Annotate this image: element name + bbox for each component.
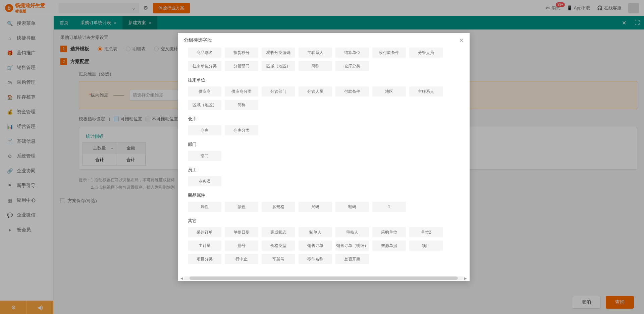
field-chip[interactable]: 区域（地区） bbox=[262, 61, 295, 71]
field-chip[interactable]: 部门 bbox=[188, 151, 221, 161]
field-chip[interactable]: 主联系人 bbox=[299, 48, 332, 58]
field-chip[interactable]: 区域（地区） bbox=[188, 100, 221, 110]
field-chip[interactable]: 采购订单 bbox=[188, 227, 221, 237]
field-chip[interactable]: 供应商分类 bbox=[225, 86, 258, 97]
field-chip[interactable]: 制单人 bbox=[299, 227, 332, 237]
field-group: 商品属性属性颜色多规格尺码鞋码1 bbox=[188, 192, 460, 212]
field-group-title: 员工 bbox=[188, 167, 460, 173]
field-chip[interactable]: 分管部门 bbox=[262, 86, 295, 97]
field-chip[interactable]: 行中止 bbox=[225, 254, 258, 264]
field-chip[interactable]: 付款条件 bbox=[335, 86, 369, 97]
field-group: 其它采购订单单据日期完成状态制单人审核人采购单位单位2主计量批号价格类型销售订单… bbox=[188, 218, 460, 264]
field-chip[interactable]: 简称 bbox=[225, 100, 258, 110]
field-chip[interactable]: 分管人员 bbox=[409, 48, 443, 58]
field-chip[interactable]: 拣货秩分 bbox=[225, 48, 258, 58]
field-chip[interactable]: 价格类型 bbox=[262, 241, 295, 251]
close-icon[interactable]: ✕ bbox=[459, 37, 464, 44]
field-chip[interactable]: 主计量 bbox=[188, 241, 221, 251]
field-chip[interactable]: 是否开票 bbox=[335, 254, 369, 264]
modal-body[interactable]: 商品别名拣货秩分税收分类编码主联系人结算单位收付款条件分管人员往来单位分类分管部… bbox=[178, 48, 470, 275]
field-chip[interactable]: 1 bbox=[372, 202, 406, 212]
field-chip[interactable]: 往来单位分类 bbox=[188, 61, 221, 71]
field-group-title: 仓库 bbox=[188, 116, 460, 122]
field-chip[interactable]: 主联系人 bbox=[409, 86, 443, 97]
field-chip[interactable]: 审核人 bbox=[335, 227, 369, 237]
field-chip[interactable]: 结算单位 bbox=[335, 48, 369, 58]
field-chip[interactable]: 收付款条件 bbox=[372, 48, 406, 58]
field-group: 部门部门 bbox=[188, 141, 460, 161]
field-chip[interactable]: 单据日期 bbox=[225, 227, 258, 237]
modal-header: 分组待选字段 ✕ bbox=[178, 33, 470, 48]
field-chip[interactable]: 商品别名 bbox=[188, 48, 221, 58]
field-group-title: 其它 bbox=[188, 218, 460, 224]
horizontal-scrollbar[interactable]: ◀ ▶ bbox=[178, 275, 470, 281]
scroll-thumb[interactable] bbox=[190, 276, 458, 280]
field-chip[interactable]: 来源单据 bbox=[372, 241, 406, 251]
field-chip[interactable]: 采购单位 bbox=[372, 227, 406, 237]
field-group: 员工业务员 bbox=[188, 167, 460, 186]
field-chip[interactable]: 属性 bbox=[188, 202, 221, 212]
field-group-title: 部门 bbox=[188, 141, 460, 147]
field-selector-modal: 分组待选字段 ✕ 商品别名拣货秩分税收分类编码主联系人结算单位收付款条件分管人员… bbox=[178, 33, 470, 281]
field-chip[interactable]: 分管人员 bbox=[299, 86, 332, 97]
modal-title: 分组待选字段 bbox=[184, 37, 212, 43]
field-chip[interactable]: 仓库 bbox=[188, 125, 221, 135]
field-chip[interactable]: 销售订单 bbox=[299, 241, 332, 251]
scroll-right-arrow[interactable]: ▶ bbox=[464, 276, 468, 280]
field-chip[interactable]: 简称 bbox=[299, 61, 332, 71]
field-group: 仓库仓库仓库分类 bbox=[188, 116, 460, 135]
field-chip[interactable]: 尺码 bbox=[299, 202, 332, 212]
field-chip[interactable]: 完成状态 bbox=[262, 227, 295, 237]
field-chip[interactable]: 税收分类编码 bbox=[262, 48, 295, 58]
field-group-title: 商品属性 bbox=[188, 192, 460, 198]
field-chip[interactable]: 业务员 bbox=[188, 176, 221, 186]
field-chip[interactable]: 项目 bbox=[409, 241, 443, 251]
field-chip[interactable]: 批号 bbox=[225, 241, 258, 251]
field-chip[interactable]: 多规格 bbox=[262, 202, 295, 212]
field-chip[interactable]: 车架号 bbox=[262, 254, 295, 264]
field-chip[interactable]: 仓库分类 bbox=[335, 61, 369, 71]
field-chip[interactable]: 销售订单（明细） bbox=[335, 241, 369, 251]
field-chip[interactable]: 供应商 bbox=[188, 86, 221, 97]
field-chip[interactable]: 颜色 bbox=[225, 202, 258, 212]
field-chip[interactable]: 单位2 bbox=[409, 227, 443, 237]
field-chip[interactable]: 项目分类 bbox=[188, 254, 221, 264]
field-chip[interactable]: 鞋码 bbox=[335, 202, 369, 212]
field-chip[interactable]: 仓库分类 bbox=[225, 125, 258, 135]
field-chip[interactable]: 零件名称 bbox=[299, 254, 332, 264]
field-chip[interactable]: 地区 bbox=[372, 86, 406, 97]
field-group-title: 往来单位 bbox=[188, 77, 460, 83]
scroll-left-arrow[interactable]: ◀ bbox=[180, 276, 184, 280]
field-chip[interactable]: 分管部门 bbox=[225, 61, 258, 71]
field-group: 往来单位供应商供应商分类分管部门分管人员付款条件地区主联系人区域（地区）简称 bbox=[188, 77, 460, 110]
